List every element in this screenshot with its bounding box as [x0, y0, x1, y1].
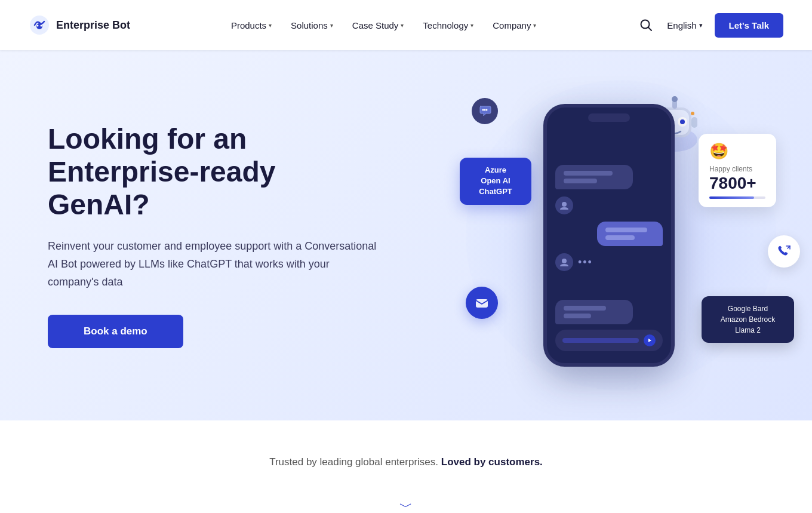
- hero-section: Looking for an Enterprise-ready GenAI? R…: [0, 50, 812, 420]
- chevron-down-icon: ▾: [401, 22, 404, 29]
- nav-links: Products ▾ Solutions ▾ Case Study ▾ Tech…: [224, 16, 544, 35]
- call-icon-badge: [768, 235, 800, 268]
- nav-item-technology[interactable]: Technology ▾: [416, 16, 481, 35]
- chat-bubble-incoming-2: [555, 300, 633, 324]
- nav-item-products[interactable]: Products ▾: [224, 16, 279, 35]
- hero-content: Looking for an Enterprise-ready GenAI? R…: [48, 122, 382, 349]
- chat-bubble-icon: [472, 98, 498, 124]
- trusted-text: Trusted by leading global enterprises. L…: [29, 456, 783, 468]
- phone-avatar-row-2: •••: [555, 253, 593, 271]
- scroll-arrow: ﹀: [29, 492, 783, 513]
- svg-point-19: [562, 202, 567, 207]
- chat-bubble-outgoing: [597, 222, 663, 246]
- nav-item-solutions[interactable]: Solutions ▾: [284, 16, 340, 35]
- phone-mockup: •••: [543, 104, 675, 367]
- svg-point-3: [41, 25, 42, 27]
- nav-item-company[interactable]: Company ▾: [485, 16, 543, 35]
- book-demo-button[interactable]: Book a demo: [48, 315, 183, 348]
- azure-openai-badge: Azure Open AI ChatGPT: [460, 158, 531, 205]
- svg-point-20: [562, 259, 567, 263]
- nav-right: English ▾ Let's Talk: [637, 13, 783, 38]
- happy-clients-bar-fill: [709, 196, 754, 199]
- svg-line-5: [648, 27, 652, 31]
- svg-point-12: [680, 119, 685, 124]
- hero-title: Looking for an Enterprise-ready GenAI?: [48, 122, 382, 222]
- phone-avatar-row: [555, 196, 573, 214]
- trusted-section: Trusted by leading global enterprises. L…: [0, 420, 812, 513]
- search-icon: [639, 19, 653, 32]
- svg-point-25: [484, 109, 486, 111]
- typing-dots: •••: [578, 256, 593, 269]
- chevron-down-icon: ▾: [470, 22, 473, 29]
- svg-point-2: [37, 25, 39, 27]
- navbar: Enterprise Bot Products ▾ Solutions ▾ Ca…: [0, 0, 812, 50]
- email-icon: [474, 295, 490, 311]
- chevron-down-icon: ▾: [533, 22, 536, 29]
- phone-avatar-2: [555, 253, 573, 271]
- chevron-down-icon: ▾: [699, 21, 703, 29]
- search-button[interactable]: [637, 16, 655, 34]
- svg-point-26: [486, 109, 488, 111]
- svg-point-17: [691, 112, 694, 115]
- svg-marker-21: [648, 339, 651, 342]
- happy-clients-card: 🤩 Happy clients 7800+: [699, 134, 776, 207]
- hero-subtitle: Reinvent your customer and employee supp…: [48, 238, 382, 291]
- svg-point-24: [482, 109, 484, 111]
- chevron-down-icon: ▾: [269, 22, 272, 29]
- happy-clients-bar: [709, 196, 765, 199]
- svg-rect-16: [691, 117, 697, 128]
- hero-illustration: •••: [406, 50, 812, 420]
- happy-emoji: 🤩: [709, 142, 765, 161]
- speech-bubble-icon: [478, 104, 492, 118]
- logo-link[interactable]: Enterprise Bot: [29, 14, 130, 36]
- phone-notch: [588, 113, 630, 122]
- nav-item-case-study[interactable]: Case Study ▾: [345, 16, 411, 35]
- phone-avatar: [555, 196, 573, 214]
- chevron-down-icon: ▾: [330, 22, 333, 29]
- google-bard-badge: Google Bard Amazon Bedrock Llama 2: [702, 296, 794, 343]
- svg-point-14: [672, 96, 678, 102]
- scroll-down-icon: ﹀: [399, 498, 413, 513]
- language-selector[interactable]: English ▾: [667, 20, 702, 30]
- logo-icon: [29, 14, 50, 36]
- phone-icon: [777, 244, 791, 259]
- chat-bubble-incoming: [555, 165, 633, 189]
- email-icon-badge: [466, 287, 498, 319]
- logo-text: Enterprise Bot: [56, 19, 130, 32]
- lets-talk-button[interactable]: Let's Talk: [715, 13, 783, 38]
- phone-illustration-wrap: •••: [543, 104, 675, 367]
